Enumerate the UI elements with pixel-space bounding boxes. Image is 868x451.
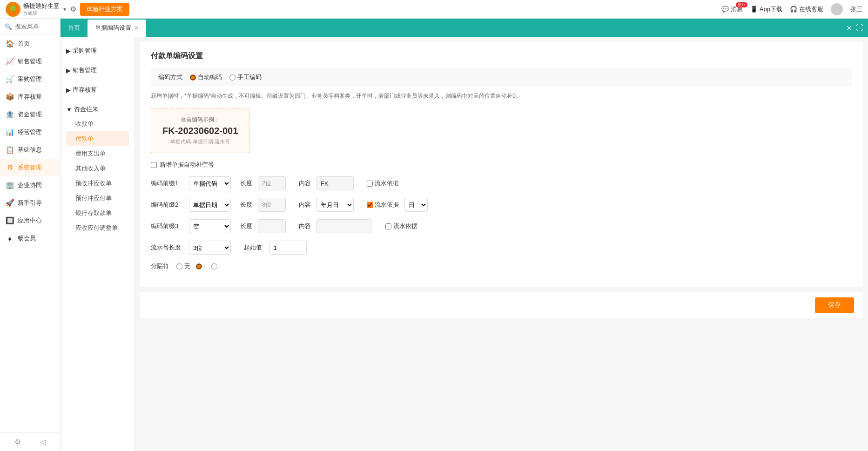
user-avatar[interactable] [831,3,843,15]
sub-sidebar-item-prepay-pay[interactable]: 预付冲应付单 [66,191,129,206]
sidebar-item-operations[interactable]: 📊 经营管理 [0,123,60,141]
sub-sidebar-purchase-label: 采购管理 [73,47,97,55]
content-1-label: 内容 [299,179,311,188]
separator-section: 分隔符 无 · · [151,262,852,270]
sidebar-item-member[interactable]: ♦ 畅会员 [0,229,60,247]
topbar-controls: ▾ ⚙ 体验行业方案 [63,3,129,16]
sub-sidebar-sales-toggle[interactable]: ▶ 销售管理 [66,63,129,77]
sep-dash-radio[interactable] [211,263,217,269]
sidebar-search[interactable]: 🔍 搜索菜单 [0,19,60,35]
topbar-left: 🍀 畅捷通好生意 旗舰版 ▾ ⚙ 体验行业方案 [6,2,129,17]
serial-3-label: 流水依据 [393,222,417,230]
serial-3-checkbox[interactable] [385,223,391,229]
sidebar: 🔍 搜索菜单 🏠 首页 📈 销售管理 🛒 采购管理 📦 库存核算 🏦 资金管理 … [0,19,61,451]
bottom-bar: 保存 [140,292,863,318]
separator-label: 分隔符 [151,262,169,270]
industry-btn[interactable]: 体验行业方案 [80,3,129,16]
sidebar-item-label: 经营管理 [18,128,42,136]
tab-home[interactable]: 首页 [61,19,87,37]
sidebar-item-label: 资金管理 [18,110,42,119]
sidebar-item-label: 采购管理 [18,75,42,83]
tab-doc-encoding[interactable]: 单据编码设置 ✕ [87,20,146,38]
sep-dot-option[interactable]: · [196,263,206,270]
prefix-3-select[interactable]: 空 部门 业务员 [189,219,231,233]
sidebar-item-home[interactable]: 🏠 首页 [0,35,60,53]
collapse-icon[interactable]: ◁ [40,438,46,446]
close-window-icon[interactable]: ✕ [846,24,852,33]
sidebar-item-label: 销售管理 [18,57,42,66]
serial-2-unit-select[interactable]: 日 月 年 [404,198,428,212]
sep-dash-option[interactable]: · [211,263,221,270]
auto-encode-radio[interactable] [190,74,196,81]
sidebar-item-basic[interactable]: 📋 基础信息 [0,141,60,159]
sidebar-item-label: 首页 [18,40,30,48]
member-icon: ♦ [6,234,14,242]
online-service-btn[interactable]: 🎧 在线客服 [790,5,823,13]
prefix-row-3: 编码前缀3 空 部门 业务员 长度 内容 流水依据 [151,219,852,233]
sep-none-radio[interactable] [176,263,182,269]
topbar-gear-icon[interactable]: ⚙ [70,5,76,13]
sidebar-item-label: 基础信息 [18,146,42,154]
sub-sidebar-item-other-income[interactable]: 其他收入单 [66,161,129,176]
sub-sidebar-item-prepay-receive[interactable]: 预收冲应收单 [66,176,129,191]
system-icon: ⚙ [6,163,14,172]
finance-icon: 🏦 [6,110,14,119]
sidebar-item-enterprise[interactable]: 🏢 企业协同 [0,176,60,194]
prefix-3-label: 编码前缀3 [151,222,183,230]
sidebar-bottom: ⚙ ◁ [0,432,60,451]
manual-encode-radio[interactable] [229,74,236,81]
message-badge: 99+ [736,2,747,7]
sidebar-item-label: 应用中心 [18,216,42,225]
auto-fill-checkbox[interactable] [151,162,157,168]
tab-doc-encoding-label: 单据编码设置 [95,24,131,32]
settings-icon[interactable]: ⚙ [14,438,21,446]
serial-2-check[interactable]: 流水依据 [367,201,399,209]
message-btn[interactable]: 💬 消息 99+ [721,5,743,13]
sub-sidebar-item-expense[interactable]: 费用支出单 [66,146,129,161]
sub-sidebar-purchase-toggle[interactable]: ▶ 采购管理 [66,44,129,58]
auto-fill-label: 新增单据自动补空号 [160,161,214,169]
sep-none-option[interactable]: 无 [176,262,190,270]
serial-1-check[interactable]: 流水依据 [367,179,399,188]
sub-sidebar-item-receivables-adjust[interactable]: 应收应付调整单 [66,221,129,236]
start-value-input[interactable] [269,241,307,255]
tabbar-actions: ✕ ⛶ [841,24,868,33]
sub-sidebar-inventory-toggle[interactable]: ▶ 库存核算 [66,83,129,97]
prefix-1-select[interactable]: 单据代码 部门 业务员 [189,176,231,190]
save-button[interactable]: 保存 [815,297,854,313]
tab-close-icon[interactable]: ✕ [134,25,139,31]
sidebar-item-apps[interactable]: 🔲 应用中心 [0,212,60,229]
sub-sidebar-item-receipt[interactable]: 收款单 [66,116,129,131]
inventory-icon: 📦 [6,93,14,101]
sidebar-item-guide[interactable]: 🚀 新手引导 [0,194,60,212]
serial-2-checkbox[interactable] [367,202,373,208]
serial-length-select[interactable]: 3位 4位 5位 [189,241,231,255]
apps-icon: 🔲 [6,216,14,225]
serial-3-check[interactable]: 流水依据 [385,222,417,230]
serial-1-checkbox[interactable] [367,181,373,187]
content-2-select[interactable]: 年月日 年月 年 [316,198,354,212]
prefix-2-select[interactable]: 单据日期 部门 业务员 [189,198,231,212]
sidebar-item-label: 新手引导 [18,199,42,207]
logo-icon: 🍀 [6,2,20,17]
sidebar-item-system[interactable]: ⚙ 系统管理 [0,159,60,176]
manual-encode-option[interactable]: 手工编码 [229,73,262,81]
sub-sidebar-item-bank-deposit[interactable]: 银行存取款单 [66,206,129,221]
length-1-label: 长度 [240,179,252,188]
sidebar-item-purchase[interactable]: 🛒 采购管理 [0,70,60,88]
serial-length-label: 流水号长度 [151,243,183,252]
topbar: 🍀 畅捷通好生意 旗舰版 ▾ ⚙ 体验行业方案 💬 消息 99+ 📱 App下载… [0,0,868,19]
sub-sidebar-item-payment[interactable]: 付款单 [66,131,129,146]
purchase-arrow-icon: ▶ [66,47,71,54]
length-2-label: 长度 [240,201,252,209]
auto-encode-option[interactable]: 自动编码 [190,73,222,81]
topbar-dropdown[interactable]: ▾ [63,6,66,13]
sep-dot-radio[interactable] [196,263,202,269]
sidebar-item-inventory[interactable]: 📦 库存核算 [0,88,60,106]
sub-sidebar-capital-toggle[interactable]: ▼ 资金往来 [66,102,129,116]
sidebar-item-finance[interactable]: 🏦 资金管理 [0,106,60,123]
app-download-btn[interactable]: 📱 App下载 [750,5,782,13]
expand-window-icon[interactable]: ⛶ [856,24,863,32]
sidebar-item-sales[interactable]: 📈 销售管理 [0,53,60,70]
content-2-label: 内容 [299,201,311,209]
